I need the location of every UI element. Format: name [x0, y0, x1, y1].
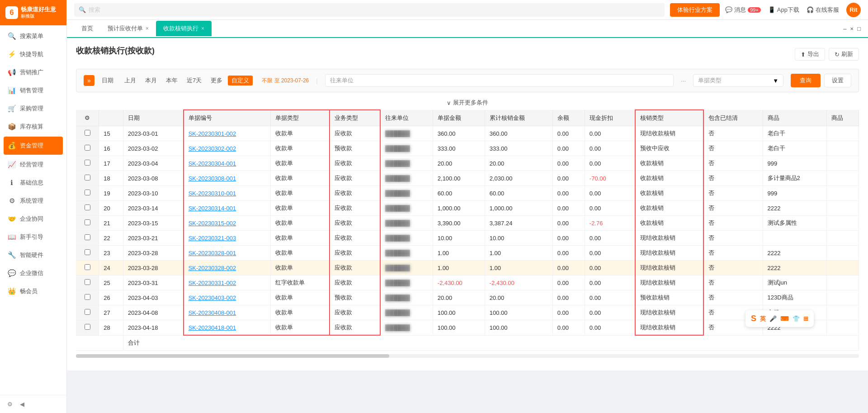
sidebar-item-基础信息[interactable]: ℹ基础信息: [0, 174, 66, 192]
sidebar-item-系统管理[interactable]: ⚙系统管理: [0, 192, 66, 210]
cell-voucher-no[interactable]: SK-20230304-001: [184, 156, 270, 171]
th-settings[interactable]: ⚙: [76, 110, 99, 126]
app-download-item[interactable]: 📱 App下载: [768, 6, 799, 14]
row-checkbox[interactable]: [85, 279, 90, 285]
industry-solution-button[interactable]: 体验行业方案: [670, 3, 720, 17]
sidebar-item-采购管理[interactable]: 🛒采购管理: [0, 100, 66, 118]
row-checkbox[interactable]: [85, 234, 90, 240]
filter-separator-1: |: [316, 77, 317, 84]
sidebar-label-7: 经营管理: [20, 161, 43, 169]
online-service-item[interactable]: 🎧 在线客服: [807, 6, 839, 14]
tab-receivable-close[interactable]: ×: [146, 25, 149, 32]
voucher-link[interactable]: SK-20230408-001: [189, 309, 236, 316]
cell-voucher-no[interactable]: SK-20230302-002: [184, 141, 270, 156]
voucher-link[interactable]: SK-20230301-002: [189, 130, 236, 137]
row-checkbox[interactable]: [85, 219, 90, 225]
cell-voucher-no[interactable]: SK-20230403-002: [184, 290, 270, 305]
sidebar-item-快捷导航[interactable]: ⚡快捷导航: [0, 45, 66, 63]
cell-voucher-no[interactable]: SK-20230315-002: [184, 216, 270, 231]
date-this-month-btn[interactable]: 本月: [142, 76, 160, 85]
setting-button[interactable]: 设置: [824, 74, 851, 87]
tab-verify[interactable]: 收款核销执行 ×: [156, 21, 212, 36]
table-row: 262023-04-03SK-20230403-002收款单预收款██████2…: [76, 290, 859, 305]
sidebar-item-资金管理[interactable]: 💰资金管理: [4, 137, 63, 155]
voucher-link[interactable]: SK-20230403-002: [189, 294, 236, 301]
window-maximize-btn[interactable]: □: [857, 25, 861, 32]
partner-filter-field[interactable]: 往来单位: [325, 74, 674, 87]
th-partner: 往来单位: [380, 110, 433, 126]
scrollbar-thumb[interactable]: [76, 354, 389, 358]
voucher-link[interactable]: SK-20230418-001: [189, 324, 236, 331]
message-item[interactable]: 💬 消息 99+: [725, 6, 761, 14]
voucher-link[interactable]: SK-20230321-003: [189, 235, 236, 242]
row-checkbox[interactable]: [85, 145, 90, 151]
row-checkbox[interactable]: [85, 160, 90, 166]
voucher-link[interactable]: SK-20230302-002: [189, 145, 236, 152]
cell-voucher-no[interactable]: SK-20230328-001: [184, 246, 270, 261]
cell-voucher-no[interactable]: SK-20230321-003: [184, 231, 270, 246]
user-avatar[interactable]: Rit: [846, 3, 861, 17]
window-minimize-btn[interactable]: –: [843, 25, 846, 32]
sidebar-item-搜索菜单[interactable]: 🔍搜索菜单: [0, 27, 66, 45]
cell-include-settled: 否: [703, 156, 763, 171]
voucher-link[interactable]: SK-20230310-001: [189, 190, 236, 197]
horizontal-scrollbar[interactable]: [76, 351, 859, 363]
filter-dots[interactable]: ···: [681, 77, 686, 84]
date-custom-btn[interactable]: 自定义: [228, 76, 253, 85]
date-last-7days-btn[interactable]: 近7天: [183, 76, 205, 85]
cell-voucher-no[interactable]: SK-20230308-001: [184, 171, 270, 186]
voucher-link[interactable]: SK-20230328-002: [189, 265, 236, 271]
cell-voucher-no[interactable]: SK-20230408-001: [184, 305, 270, 320]
voucher-link[interactable]: SK-20230315-002: [189, 220, 236, 227]
sidebar-item-企业协同[interactable]: 🤝企业协同: [0, 210, 66, 228]
export-button[interactable]: ⬆ 导出: [795, 48, 825, 61]
tab-receivable[interactable]: 预计应收付单 ×: [100, 21, 156, 36]
data-table: ⚙ 日期 单据编号 单据类型 业务类型 往来单位 单据金额 累计核销金额 余额 …: [76, 109, 859, 351]
table-row: 182023-03-08SK-20230308-001收款单应收款██████2…: [76, 171, 859, 186]
sidebar-item-经营管理[interactable]: 📈经营管理: [0, 156, 66, 174]
search-bar[interactable]: 🔍 搜索: [74, 3, 665, 17]
cell-voucher-no[interactable]: SK-20230314-001: [184, 201, 270, 216]
row-checkbox[interactable]: [85, 309, 90, 315]
cell-discount: -2.76: [585, 216, 635, 231]
date-more-btn[interactable]: 更多: [207, 76, 226, 85]
voucher-link[interactable]: SK-20230314-001: [189, 205, 236, 212]
refresh-button[interactable]: ↻ 刷新: [829, 48, 859, 61]
expand-more-bar[interactable]: ∨ 展开更多条件: [76, 96, 859, 109]
sidebar-item-新手引导[interactable]: 📖新手引导: [0, 228, 66, 246]
row-checkbox[interactable]: [85, 190, 90, 195]
settings-icon[interactable]: ⚙: [7, 401, 13, 408]
window-close-btn[interactable]: ×: [850, 25, 854, 32]
voucher-link[interactable]: SK-20230328-001: [189, 250, 236, 256]
row-checkbox[interactable]: [85, 130, 90, 136]
row-checkbox[interactable]: [85, 249, 90, 255]
sidebar-item-企业微信[interactable]: 💬企业微信: [0, 264, 66, 282]
row-checkbox[interactable]: [85, 294, 90, 300]
cell-voucher-no[interactable]: SK-20230328-002: [184, 261, 270, 275]
row-checkbox[interactable]: [85, 264, 90, 270]
date-buttons: 上月 本月 本年 近7天 更多 自定义: [121, 76, 253, 85]
voucher-type-filter[interactable]: 单据类型 ▼: [693, 74, 783, 87]
collapse-icon[interactable]: ◀: [20, 401, 24, 408]
sidebar-item-库存核算[interactable]: 📦库存核算: [0, 118, 66, 136]
sidebar-item-销售管理[interactable]: 📊销售管理: [0, 81, 66, 100]
sidebar-item-营销推广[interactable]: 📢营销推广: [0, 63, 66, 81]
cell-voucher-no[interactable]: SK-20230310-001: [184, 186, 270, 201]
cell-voucher-no[interactable]: SK-20230331-002: [184, 275, 270, 290]
voucher-link[interactable]: SK-20230304-001: [189, 160, 236, 167]
row-checkbox[interactable]: [85, 324, 90, 330]
cell-voucher-no[interactable]: SK-20230301-002: [184, 126, 270, 141]
row-checkbox[interactable]: [85, 175, 90, 180]
sidebar-item-智能硬件[interactable]: 🔧智能硬件: [0, 246, 66, 264]
tab-verify-close[interactable]: ×: [201, 25, 204, 32]
date-last-month-btn[interactable]: 上月: [121, 76, 140, 85]
filter-toggle-btn[interactable]: »: [84, 75, 94, 86]
date-this-year-btn[interactable]: 本年: [162, 76, 181, 85]
voucher-link[interactable]: SK-20230308-001: [189, 175, 236, 182]
row-checkbox[interactable]: [85, 204, 90, 210]
query-button[interactable]: 查询: [791, 74, 821, 87]
tab-home[interactable]: 首页: [74, 21, 100, 36]
cell-voucher-no[interactable]: SK-20230418-001: [184, 320, 270, 336]
sidebar-item-畅会员[interactable]: 👑畅会员: [0, 282, 66, 300]
voucher-link[interactable]: SK-20230331-002: [189, 280, 236, 286]
